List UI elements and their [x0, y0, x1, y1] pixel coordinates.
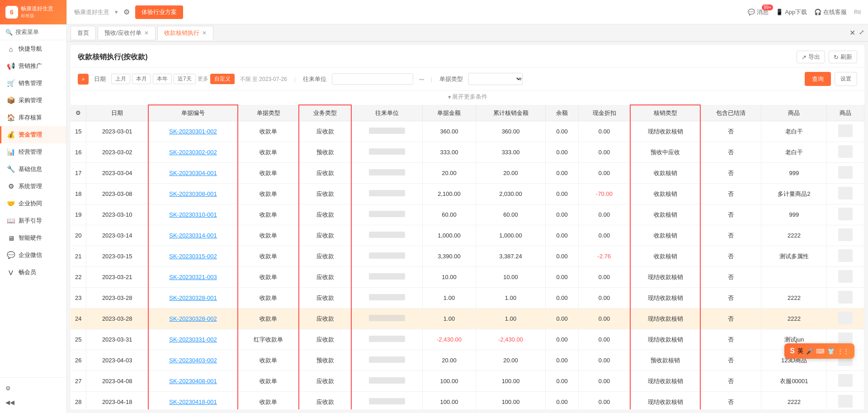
partner-input[interactable]	[332, 73, 413, 85]
table-row[interactable]: 17 2023-03-04 SK-20230304-001 收款单 应收款 20…	[71, 163, 864, 184]
sidebar-collapse-item[interactable]: ◀◀	[0, 395, 66, 409]
export-btn[interactable]: ↗ 导出	[797, 51, 825, 63]
table-container[interactable]: ⚙ 日期 单据编号 单据类型 业务类型 往来单位 单据金额 累计核销金额 余额 …	[71, 104, 864, 409]
td-bill-type: 收款单	[238, 163, 299, 184]
td-no: 28	[71, 392, 86, 410]
td-bill-no[interactable]: SK-20230304-001	[148, 163, 238, 184]
td-bill-no[interactable]: SK-20230328-001	[148, 288, 238, 309]
td-bill-no[interactable]: SK-20230321-003	[148, 267, 238, 288]
table-row[interactable]: 25 2023-03-31 SK-20230331-002 红字收款单 应收款 …	[71, 329, 864, 350]
refresh-btn[interactable]: ↻ 刷新	[829, 51, 857, 63]
date-custom-btn[interactable]: 自定义	[210, 74, 235, 84]
td-verify-type: 现结收款核销	[630, 371, 701, 392]
online-service-btn[interactable]: 🎧 在线客服	[814, 8, 847, 16]
filter-setting-btn[interactable]: 设置	[835, 72, 857, 86]
grid-icon[interactable]: ⋮⋮	[837, 348, 849, 355]
date-last-month[interactable]: 上月	[111, 74, 130, 84]
bill-type-select[interactable]	[468, 73, 523, 85]
date-7days[interactable]: 近7天	[174, 74, 196, 84]
th-date: 日期	[86, 105, 148, 121]
sidebar-item-xiaoshou[interactable]: 🛒销售管理	[0, 75, 66, 92]
sidebar-item-xinshou[interactable]: 📖新手引导	[0, 212, 66, 229]
th-settled: 包含已结清	[700, 105, 761, 121]
table-row[interactable]: 20 2023-03-14 SK-20230314-001 收款单 应收款 1,…	[71, 225, 864, 246]
table-row[interactable]: 24 2023-03-28 SK-20230328-002 收款单 应收款 1.…	[71, 309, 864, 329]
td-bill-no[interactable]: SK-20230310-001	[148, 204, 238, 225]
partner-picker-icon[interactable]: ···	[419, 74, 424, 84]
sidebar-item-caigou[interactable]: 📦采购管理	[0, 92, 66, 109]
sidebar-item-weixin[interactable]: 💬企业微信	[0, 247, 66, 264]
td-bill-no[interactable]: SK-20230315-002	[148, 246, 238, 267]
td-biz-type: 应收款	[299, 329, 351, 350]
tab-shoukuan[interactable]: 收款核销执行 ✕	[157, 26, 213, 40]
th-balance: 余额	[546, 105, 579, 121]
sidebar-item-kuaijie[interactable]: ⌂快捷导航	[0, 40, 66, 57]
date-more[interactable]: 更多	[198, 75, 208, 83]
sidebar-settings-item[interactable]: ⚙	[0, 381, 66, 395]
query-btn[interactable]: 查询	[805, 72, 831, 86]
date-this-month[interactable]: 本月	[132, 74, 151, 84]
th-settings[interactable]: ⚙	[71, 105, 86, 121]
td-partner	[351, 392, 423, 410]
table-row[interactable]: 28 2023-04-18 SK-20230418-001 收款单 应收款 10…	[71, 392, 864, 410]
td-bill-no[interactable]: SK-20230408-001	[148, 371, 238, 392]
expand-more-btn[interactable]: ▾ 展开更多条件	[448, 93, 487, 101]
td-bill-no[interactable]: SK-20230418-001	[148, 392, 238, 410]
app-download-btn[interactable]: 📱 App下载	[776, 8, 807, 16]
td-discount: 0.00	[579, 309, 630, 329]
sidebar-item-qiye[interactable]: 🤝企业协同	[0, 195, 66, 212]
sidebar-item-jingying[interactable]: 📊经营管理	[0, 143, 66, 161]
sidebar-item-zijin[interactable]: 💰资金管理	[0, 126, 66, 143]
table-row[interactable]: 26 2023-04-03 SK-20230403-002 收款单 预收款 20…	[71, 350, 864, 371]
sidebar-item-xitong[interactable]: ⚙系统管理	[0, 178, 66, 195]
table-row[interactable]: 22 2023-03-21 SK-20230321-003 收款单 应收款 10…	[71, 267, 864, 288]
td-bill-no[interactable]: SK-20230302-002	[148, 142, 238, 163]
td-bill-no[interactable]: SK-20230314-001	[148, 225, 238, 246]
keyboard-icon[interactable]: ⌨	[816, 348, 825, 355]
table-row[interactable]: 18 2023-03-08 SK-20230308-001 收款单 应收款 2,…	[71, 184, 864, 204]
tab-home[interactable]: 首页	[71, 26, 96, 40]
sidebar-item-zhihui[interactable]: 🖥智能硬件	[0, 229, 66, 247]
sidebar-item-kucun[interactable]: 🏠库存核算	[0, 109, 66, 126]
td-balance: 0.00	[546, 371, 579, 392]
filter-toggle-btn[interactable]: »	[78, 74, 89, 85]
td-goods: 2222	[761, 288, 827, 309]
table-row[interactable]: 19 2023-03-10 SK-20230310-001 收款单 应收款 60…	[71, 204, 864, 225]
date-options-group: 上月 本月 本年 近7天 更多 自定义	[111, 74, 235, 84]
td-goods	[761, 267, 827, 288]
td-goods-img	[827, 267, 864, 288]
table-row[interactable]: 15 2023-03-01 SK-20230301-002 收款单 应收款 36…	[71, 121, 864, 142]
td-bill-no[interactable]: SK-20230331-002	[148, 329, 238, 350]
table-row[interactable]: 23 2023-03-28 SK-20230328-001 收款单 应收款 1.…	[71, 288, 864, 309]
td-bill-type: 收款单	[238, 184, 299, 204]
table-row[interactable]: 16 2023-03-02 SK-20230302-002 收款单 预收款 33…	[71, 142, 864, 163]
date-this-year[interactable]: 本年	[153, 74, 172, 84]
industry-btn[interactable]: 体验行业方案	[135, 5, 183, 19]
sidebar-item-jichu[interactable]: 🔧基础信息	[0, 161, 66, 178]
mic-icon[interactable]: 🎤	[806, 348, 813, 355]
td-no: 20	[71, 225, 86, 246]
td-bill-no[interactable]: SK-20230403-002	[148, 350, 238, 371]
td-bill-no[interactable]: SK-20230308-001	[148, 184, 238, 204]
tab-close-shoukuan[interactable]: ✕	[202, 30, 207, 36]
caigou-icon: 📦	[7, 96, 15, 104]
th-goods-img: 商品	[827, 105, 864, 121]
sidebar-item-yingxiao[interactable]: 📢营销推广	[0, 57, 66, 75]
xitong-label: 系统管理	[19, 182, 42, 190]
td-balance: 0.00	[546, 142, 579, 163]
topbar-settings-icon[interactable]: ⚙	[123, 8, 130, 16]
table-row[interactable]: 27 2023-04-08 SK-20230408-001 收款单 应收款 10…	[71, 371, 864, 392]
tabbar-close-icon[interactable]: ✕	[849, 28, 855, 37]
kuaijie-icon: ⌂	[7, 45, 15, 53]
tab-close-yingfu[interactable]: ✕	[144, 30, 149, 36]
table-row[interactable]: 21 2023-03-15 SK-20230315-002 收款单 应收款 3,…	[71, 246, 864, 267]
tab-yingfu[interactable]: 预收/应收付单 ✕	[98, 26, 156, 40]
shirt-icon[interactable]: 👕	[827, 348, 835, 355]
td-bill-no[interactable]: SK-20230328-002	[148, 309, 238, 329]
sidebar-search[interactable]: 🔍 搜索菜单	[0, 24, 66, 40]
tabbar-expand-icon[interactable]: ⤢	[859, 28, 864, 37]
divider2: |	[431, 76, 432, 82]
td-bill-no[interactable]: SK-20230301-002	[148, 121, 238, 142]
sidebar-item-huiyuan[interactable]: V畅会员	[0, 264, 66, 281]
message-btn[interactable]: 💬 消息 99+	[748, 8, 769, 16]
